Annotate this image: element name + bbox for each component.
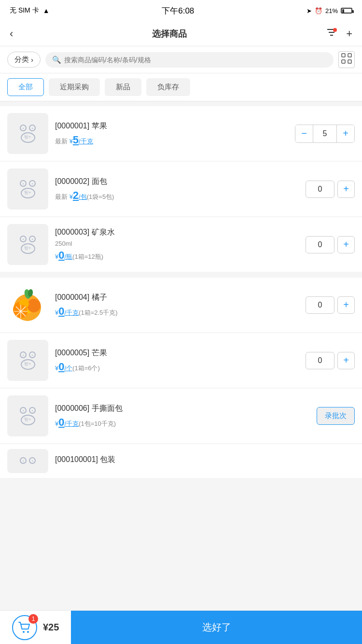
cart-total: ¥25 (43, 622, 59, 633)
svg-point-11 (27, 299, 41, 312)
product-info: [0000006] 手撕面包 ¥0/千克(1包=10千克) (55, 404, 310, 429)
quantity-value: 5 (313, 125, 337, 142)
list-item: 智+ [0000001] 苹果 最新 ¥5/千克 − 5 + (0, 106, 362, 161)
cart-badge: 1 (28, 614, 38, 624)
product-image (7, 284, 48, 325)
quantity-value: 0 (306, 181, 334, 198)
owl-body: 智+ (21, 359, 35, 370)
owl-eye-right (29, 125, 36, 131)
list-item: 智+ [0000002] 面包 最新 ¥2/包(1袋=5包) 0 + (0, 162, 362, 216)
product-info: [0000004] 橘子 ¥0/千克(1箱=2.5千克) (55, 293, 299, 318)
increase-button[interactable]: + (337, 181, 355, 198)
owl-placeholder: 智+ (20, 236, 36, 254)
battery-text: 21% (325, 7, 338, 14)
product-price: 最新 ¥5/千克 (55, 134, 288, 146)
wifi-icon: ▲ (43, 7, 50, 14)
product-thumbnail: 智+ (7, 113, 48, 154)
list-item: 智+ [0000006] 手撕面包 ¥0/千克(1包=10千克) 录批次 (0, 389, 362, 443)
nav-right: + (326, 27, 352, 40)
increase-button[interactable]: + (337, 236, 355, 253)
category-button[interactable]: 分类 › (7, 52, 41, 68)
search-input[interactable] (64, 56, 327, 64)
svg-rect-4 (342, 54, 345, 57)
quantity-control: 0 + (306, 181, 355, 198)
add-button[interactable]: + (346, 28, 352, 40)
quantity-control: − 5 + (295, 125, 355, 143)
search-box: 🔍 (45, 52, 334, 68)
svg-rect-6 (342, 60, 345, 63)
product-info: [0000001] 苹果 最新 ¥5/千克 (55, 121, 288, 146)
svg-point-21 (27, 631, 29, 633)
page-title: 选择商品 (152, 28, 187, 40)
back-button[interactable]: ‹ (10, 28, 13, 40)
owl-eye-right (29, 351, 36, 358)
owl-placeholder: 智+ (20, 351, 36, 370)
product-thumbnail: 智+ (7, 168, 48, 210)
quantity-value: 0 (306, 352, 334, 369)
bottom-bar: 1 ¥25 选好了 (0, 610, 362, 644)
cart-icon-wrap: 1 (12, 615, 37, 640)
product-thumbnail: 智+ (7, 224, 48, 265)
category-label: 分类 (14, 55, 29, 64)
scan-button[interactable] (338, 51, 355, 68)
divider (0, 273, 362, 278)
product-name: [0000002] 面包 (55, 177, 299, 187)
tab-all[interactable]: 全部 (7, 78, 44, 96)
quantity-control: 0 + (306, 236, 355, 253)
product-spec: 250ml (55, 240, 299, 247)
product-name: [0000005] 芒果 (55, 348, 299, 358)
divider (0, 101, 362, 106)
decrease-button[interactable]: − (295, 125, 313, 142)
tabs-row: 全部 近期采购 新品 负库存 (0, 73, 362, 101)
cart-icon (18, 621, 31, 634)
owl-placeholder: 智+ (20, 180, 36, 198)
location-icon: ➤ (306, 7, 312, 14)
increase-button[interactable]: + (337, 125, 354, 142)
tab-negative[interactable]: 负库存 (146, 78, 190, 96)
status-time: 下午6:08 (162, 5, 194, 16)
owl-eye-left (20, 236, 27, 242)
status-bar: 无 SIM 卡 ▲ 下午6:08 ➤ ⏰ 21% (0, 0, 362, 21)
filter-button[interactable] (326, 27, 337, 40)
cart-area[interactable]: 1 ¥25 (0, 615, 71, 640)
carrier-text: 无 SIM 卡 (10, 6, 39, 15)
owl-placeholder (20, 457, 36, 465)
product-price: ¥0/瓶(1箱=12瓶) (55, 249, 299, 262)
owl-placeholder: 智+ (20, 125, 36, 143)
owl-eye-right (29, 457, 36, 464)
owl-eye-left (20, 351, 27, 358)
tab-recent[interactable]: 近期采购 (49, 78, 100, 96)
svg-point-20 (23, 631, 25, 633)
list-item: 智+ [0000005] 芒果 ¥0/个(1箱=6个) 0 + (0, 333, 362, 388)
product-name: [0000004] 橘子 (55, 293, 299, 303)
list-item: 智+ [0000003] 矿泉水 250ml ¥0/瓶(1箱=12瓶) 0 + (0, 217, 362, 272)
product-info: [000100001] 包装 (55, 455, 355, 467)
owl-placeholder: 智+ (20, 407, 36, 425)
nav-bar: ‹ 选择商品 + (0, 21, 362, 46)
tab-new[interactable]: 新品 (105, 78, 141, 96)
product-thumbnail: 智+ (7, 340, 48, 381)
product-name: [0000003] 矿泉水 (55, 227, 299, 238)
quantity-control: 0 + (306, 352, 355, 369)
svg-rect-5 (348, 54, 351, 57)
product-info: [0000002] 面包 最新 ¥2/包(1袋=5包) (55, 177, 299, 202)
product-name: [000100001] 包装 (55, 455, 355, 465)
confirm-button[interactable]: 选好了 (71, 611, 362, 644)
batch-button[interactable]: 录批次 (317, 407, 355, 425)
owl-eye-left (20, 180, 27, 187)
alarm-icon: ⏰ (315, 7, 322, 14)
owl-body: 智+ (21, 415, 35, 425)
owl-eye-right (29, 236, 36, 242)
owl-eye-left (20, 457, 27, 464)
product-name: [0000001] 苹果 (55, 121, 288, 131)
increase-button[interactable]: + (337, 296, 355, 314)
increase-button[interactable]: + (337, 352, 355, 369)
product-info: [0000005] 芒果 ¥0/个(1箱=6个) (55, 348, 299, 373)
search-row: 分类 › 🔍 (0, 46, 362, 73)
nav-left: ‹ (10, 28, 13, 40)
status-right: ➤ ⏰ 21% (306, 7, 352, 14)
owl-eye-left (20, 407, 27, 414)
owl-eye-left (20, 125, 27, 131)
search-icon: 🔍 (52, 56, 61, 64)
list-item: [0000004] 橘子 ¥0/千克(1箱=2.5千克) 0 + (0, 278, 362, 332)
